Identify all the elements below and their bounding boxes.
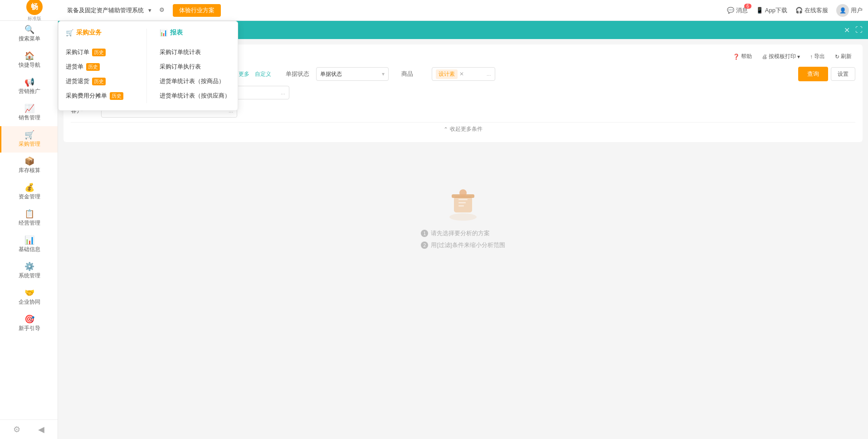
settings-button[interactable]: 设置 xyxy=(831,67,855,81)
svg-rect-7 xyxy=(458,202,466,203)
sidebar-collapse-button[interactable]: ◀ xyxy=(38,424,44,434)
query-button[interactable]: 查询 xyxy=(798,67,828,81)
page-content: ❓ 帮助 🖨 按模板打印 ▾ ↑ 导出 ↻ xyxy=(58,39,868,439)
date-quick-buttons: 近7天 更多 自定义 xyxy=(217,69,273,79)
sidebar-settings-button[interactable]: ⚙ xyxy=(13,424,20,434)
logo-subtitle: 标准版 xyxy=(28,15,41,22)
salesperson-label: 业务员 xyxy=(186,89,211,97)
headset-icon: 🎧 xyxy=(795,7,803,14)
toolbar-row: ❓ 帮助 🖨 按模板打印 ▾ ↑ 导出 ↻ xyxy=(71,51,855,62)
system-dropdown-arrow[interactable]: ▾ xyxy=(146,7,153,14)
sidebar-item-system[interactable]: ⚙️ 系统管理 xyxy=(0,258,58,284)
customer-arrow: ... xyxy=(229,108,233,114)
rank-select[interactable]: 金额 ▾ xyxy=(101,86,174,99)
tab-bar: 首页 销售排行榜 ✕ ✕ ⛶ xyxy=(58,21,868,39)
salesperson-select[interactable]: ... xyxy=(217,86,289,99)
content-area: 首页 销售排行榜 ✕ ✕ ⛶ ❓ 帮助 xyxy=(58,21,868,439)
export-button[interactable]: ↑ 导出 xyxy=(806,51,829,62)
date-custom-button[interactable]: 自定义 xyxy=(253,69,273,79)
basic-info-icon: 📊 xyxy=(24,236,34,244)
app-download-button[interactable]: 📱 App下载 xyxy=(756,6,787,15)
operation-icon: 📋 xyxy=(24,210,34,218)
date-separator: 至 xyxy=(153,69,160,79)
avatar-icon: 👤 xyxy=(839,7,846,14)
date-range: 至 xyxy=(101,67,212,81)
tab-close-icon[interactable]: ✕ xyxy=(842,24,852,36)
empty-illustration xyxy=(443,183,483,224)
customer-filter-row: 客户 ... xyxy=(71,104,855,118)
sidebar-item-inventory[interactable]: 📦 库存核算 xyxy=(0,153,58,179)
hint-num-1: 1 xyxy=(421,230,428,237)
svg-text:畅: 畅 xyxy=(31,3,38,10)
print-icon: 🖨 xyxy=(762,54,767,60)
help-button[interactable]: ❓ 帮助 xyxy=(729,51,756,62)
customer-select[interactable]: ... xyxy=(101,104,237,118)
filter-panel: ❓ 帮助 🖨 按模板打印 ▾ ↑ 导出 ↻ xyxy=(63,44,863,142)
goods-tag-close[interactable]: ✕ xyxy=(459,71,464,77)
messages-button[interactable]: 💬 消息 6 xyxy=(727,6,748,15)
date-end-input[interactable] xyxy=(162,67,212,81)
tab-bar-actions: ✕ ⛶ xyxy=(842,21,868,39)
logo-area: 畅 标准版 xyxy=(5,0,63,22)
goods-tag: 设计素 xyxy=(436,69,458,79)
date-7days-button[interactable]: 近7天 xyxy=(217,69,235,79)
help-icon: ❓ xyxy=(733,54,740,60)
tab-fullscreen-icon[interactable]: ⛶ xyxy=(853,24,864,36)
date-start-input[interactable] xyxy=(101,67,151,81)
action-buttons: 查询 设置 xyxy=(798,67,855,81)
date-filter-row: 日期 至 近7天 更多 自定义 单据状态 单据状态 ▾ xyxy=(71,67,855,81)
sidebar-item-operation[interactable]: 📋 经营管理 xyxy=(0,205,58,232)
sidebar-item-purchase[interactable]: 🛒 采购管理 xyxy=(0,126,58,153)
online-service-button[interactable]: 🎧 在线客服 xyxy=(795,6,828,15)
goods-filter[interactable]: 设计素 ✕ ... xyxy=(432,67,495,81)
sidebar-item-basic-info[interactable]: 📊 基础信息 xyxy=(0,232,58,258)
svg-point-2 xyxy=(449,213,477,221)
date-more-button[interactable]: 更多 xyxy=(237,69,251,79)
rank-filter-row: 排名项目 金额 ▾ 业务员 ... xyxy=(71,86,855,99)
voucher-status-arrow: ▾ xyxy=(382,71,385,77)
rank-label: 排名项目 xyxy=(71,89,96,97)
sidebar-item-finance[interactable]: 💰 资金管理 xyxy=(0,179,58,205)
svg-rect-8 xyxy=(458,205,464,207)
print-dropdown-arrow[interactable]: ▾ xyxy=(797,54,800,60)
marketing-icon: 📢 xyxy=(24,78,34,86)
sidebar-item-guide[interactable]: 🎯 新手引导 xyxy=(0,311,58,337)
inventory-icon: 📦 xyxy=(24,157,34,165)
sidebar-item-marketing[interactable]: 📢 营销推广 xyxy=(0,74,58,100)
tab-close-button[interactable]: ✕ xyxy=(126,27,131,33)
logo-icon: 畅 xyxy=(26,0,43,15)
voucher-status-select[interactable]: 单据状态 ▾ xyxy=(316,67,389,81)
sidebar-bottom: ⚙ ◀ xyxy=(0,419,58,439)
rank-value: 金额 xyxy=(105,89,116,97)
tab-home[interactable]: 首页 xyxy=(58,21,85,39)
print-button[interactable]: 🖨 按模板打印 ▾ xyxy=(758,51,804,62)
empty-hints: 1 请先选择要分析的方案 2 用[过滤]条件来缩小分析范围 xyxy=(421,229,505,249)
home-icon: 🏠 xyxy=(24,52,34,60)
user-menu-button[interactable]: 👤 用户 xyxy=(836,4,863,17)
system-title-area: 装备及固定资产辅助管理系统 ▾ ⚙ xyxy=(67,6,167,15)
refresh-button[interactable]: ↻ 刷新 xyxy=(831,51,855,62)
sales-icon: 📈 xyxy=(24,104,34,113)
sidebar-item-search[interactable]: 🔍 搜索菜单 xyxy=(0,21,58,47)
empty-hint-2: 2 用[过滤]条件来缩小分析范围 xyxy=(421,241,505,249)
system-title-text: 装备及固定资产辅助管理系统 xyxy=(67,6,144,15)
sidebar-item-enterprise[interactable]: 🤝 企业协同 xyxy=(0,284,58,311)
refresh-icon: ↻ xyxy=(835,54,839,60)
collapse-button[interactable]: ⌃ 收起更多条件 xyxy=(71,122,855,136)
industry-button[interactable]: 体验行业方案 xyxy=(173,4,221,17)
salesperson-arrow: ... xyxy=(281,89,285,96)
finance-icon: 💰 xyxy=(24,183,34,192)
collapse-arrow-icon: ⌃ xyxy=(444,126,448,133)
phone-icon: 📱 xyxy=(756,7,763,14)
avatar: 👤 xyxy=(836,4,849,17)
customer-label: 客户 xyxy=(71,107,96,115)
empty-hint-1: 1 请先选择要分析的方案 xyxy=(421,229,505,237)
messages-badge: 6 xyxy=(744,4,751,9)
sidebar-item-quick-nav[interactable]: 🏠 快捷导航 xyxy=(0,47,58,74)
hint-num-2: 2 xyxy=(421,242,428,249)
settings-icon[interactable]: ⚙ xyxy=(159,6,167,15)
tab-sales-rank[interactable]: 销售排行榜 ✕ xyxy=(85,21,138,39)
goods-label: 商品 xyxy=(401,70,426,78)
date-label: 日期 xyxy=(71,70,96,78)
sidebar-item-sales[interactable]: 📈 销售管理 xyxy=(0,100,58,126)
